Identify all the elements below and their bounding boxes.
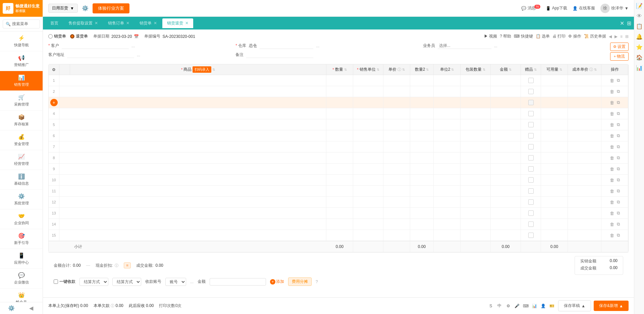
sidebar-item-basic[interactable]: ℹ️ 基础信息 xyxy=(0,170,43,190)
copy-btn[interactable]: ⧉ xyxy=(616,199,621,205)
td-gift-2[interactable] xyxy=(521,86,541,97)
copy-btn[interactable]: ⧉ xyxy=(616,154,621,161)
copy-btn[interactable]: ⧉ xyxy=(616,232,621,239)
radio-return[interactable]: 退货单 xyxy=(70,34,88,39)
sidebar-item-system[interactable]: ⚙️ 系统管理 xyxy=(0,190,43,209)
gift-cb[interactable] xyxy=(528,177,534,183)
tool-icon-3[interactable]: ⚙ xyxy=(504,302,512,310)
address-dots[interactable]: ... xyxy=(137,53,140,57)
settings-btn[interactable]: ⚙ 设置 xyxy=(610,43,629,51)
user-avatar[interactable]: 徐 徐泽华 ▼ xyxy=(600,4,629,13)
td-unit2-2[interactable] xyxy=(434,86,461,97)
ops-btn[interactable]: ⚙ 操作 xyxy=(568,34,581,39)
sidebar-item-business[interactable]: 📈 经营管理 xyxy=(0,150,43,170)
copy-row-2[interactable]: ⧉ xyxy=(616,88,621,95)
cost-info-icon[interactable]: ⓘ xyxy=(589,67,593,72)
tool-icon-6[interactable]: 📊 xyxy=(531,302,538,310)
calendar-icon[interactable]: 📅 xyxy=(134,34,139,39)
unit-sort-icon[interactable]: ⇅ xyxy=(377,68,379,71)
copy-row-add[interactable]: ⧉ xyxy=(616,99,621,106)
copy-row-1[interactable]: ⧉ xyxy=(616,77,621,84)
td-avail-add[interactable] xyxy=(541,97,568,108)
qty-sort-icon[interactable]: ⇅ xyxy=(344,68,347,71)
amount-sort-icon[interactable]: ⇅ xyxy=(509,68,512,71)
video-btn[interactable]: ▶ 视频 xyxy=(484,34,497,39)
rp-icon-5[interactable]: ⭐ xyxy=(636,44,643,50)
td-qty-2[interactable] xyxy=(326,86,353,97)
tool-icon-1[interactable]: S xyxy=(487,302,494,310)
tab-price-setting[interactable]: 售价提取设置 ✕ xyxy=(64,18,103,28)
del-btn[interactable]: 🗑 xyxy=(609,188,615,194)
view-list-icon[interactable]: ≡ xyxy=(620,34,623,39)
sidebar-item-marketing[interactable]: 📢 营销推广 xyxy=(0,51,43,71)
td-qty2-1[interactable] xyxy=(410,75,434,86)
td-unit2-add[interactable] xyxy=(434,97,461,108)
amount-input[interactable] xyxy=(210,278,266,286)
td-unit2-1[interactable] xyxy=(434,75,461,86)
tab-close-order[interactable]: ✕ xyxy=(126,21,129,25)
del-btn[interactable]: 🗑 xyxy=(609,210,615,216)
gift-checkbox-add[interactable] xyxy=(528,100,534,105)
scan-btn[interactable]: 扫码录入 xyxy=(193,66,211,73)
save-new-button[interactable]: 保存&新增 ▲ xyxy=(594,301,629,311)
tab-close-sale[interactable]: ✕ xyxy=(154,21,157,25)
experience-btn[interactable]: 体验行业方案 xyxy=(93,3,129,13)
td-product-1[interactable] xyxy=(59,75,326,86)
gift-cb[interactable] xyxy=(528,199,534,205)
staff-dots[interactable]: ... xyxy=(494,44,497,48)
td-price-1[interactable] xyxy=(383,75,410,86)
copy-btn[interactable]: ⧉ xyxy=(616,177,621,183)
tab-sale[interactable]: 销货单 ✕ xyxy=(135,18,162,28)
product-sort-icon[interactable]: ⇅ xyxy=(212,68,215,71)
td-amount-add[interactable] xyxy=(491,97,521,108)
logistics-btn[interactable]: + 物流 xyxy=(610,52,629,61)
sidebar-search-area[interactable]: 🔍 搜索菜单 xyxy=(0,17,43,32)
settle-method-select[interactable]: 结算方式 xyxy=(79,278,108,286)
td-price-add[interactable] xyxy=(383,97,410,108)
pkg-sort-icon[interactable]: ⇅ xyxy=(483,68,485,71)
gift-cb[interactable] xyxy=(528,188,534,194)
tab-sale-order[interactable]: 销售订单 ✕ xyxy=(103,18,134,28)
rp-icon-4[interactable]: 🔔 xyxy=(636,34,643,40)
td-unit-2[interactable] xyxy=(353,86,383,97)
history-btn[interactable]: 📜 历史单据 xyxy=(584,34,606,39)
gift-cb[interactable] xyxy=(528,222,534,227)
price-sort-icon[interactable]: ⇅ xyxy=(402,68,405,71)
delete-row-2[interactable]: 🗑 xyxy=(609,88,615,95)
expand-tab-btn[interactable]: ⊞ xyxy=(627,20,631,26)
gift-sort-icon[interactable]: ⇅ xyxy=(534,68,537,71)
copy-btn[interactable]: ⧉ xyxy=(616,143,621,150)
staff-input[interactable] xyxy=(438,43,491,49)
qty2-sort-icon[interactable]: ⇅ xyxy=(426,68,429,71)
product-input-add[interactable] xyxy=(61,100,325,105)
tab-close-price[interactable]: ✕ xyxy=(95,21,98,25)
td-qty2-add[interactable] xyxy=(410,97,434,108)
td-amount-2[interactable] xyxy=(491,86,521,97)
product-input-1[interactable] xyxy=(61,78,325,83)
td-avail-1[interactable] xyxy=(541,75,568,86)
copy-btn[interactable]: ⧉ xyxy=(616,188,621,194)
help-btn[interactable]: ? 帮助 xyxy=(500,34,511,39)
del-btn[interactable]: 🗑 xyxy=(609,111,615,117)
copy-btn[interactable]: ⧉ xyxy=(616,221,621,228)
td-price-2[interactable] xyxy=(383,86,410,97)
address-input[interactable] xyxy=(67,52,134,58)
gift-checkbox-1[interactable] xyxy=(528,78,534,83)
td-qty-add[interactable] xyxy=(326,97,353,108)
sidebar-settings-btn[interactable]: ⚙️ xyxy=(3,305,20,311)
td-qty-1[interactable] xyxy=(326,75,353,86)
sidebar-item-purchase[interactable]: 🛒 采购管理 xyxy=(0,91,43,111)
radio-sale[interactable]: 销货单 xyxy=(48,34,66,39)
sidebar-item-apps[interactable]: 📱 应用中心 xyxy=(0,249,43,269)
sidebar-item-inventory[interactable]: 📦 库存核算 xyxy=(0,111,43,130)
sidebar-item-wechat[interactable]: 💬 企业微信 xyxy=(0,269,43,289)
rp-icon-1[interactable]: 📝 xyxy=(636,3,643,9)
copy-btn[interactable]: ⧉ xyxy=(616,121,621,128)
save-draft-button[interactable]: 保存草稿 ▲ xyxy=(558,300,591,311)
daily-select[interactable]: 日用百货 ▼ xyxy=(48,4,78,13)
print-btn[interactable]: 🖨 打印 xyxy=(552,34,566,39)
sidebar-item-guide[interactable]: 🎯 新手引导 xyxy=(0,229,43,249)
sidebar-collapse-btn[interactable]: ◀ xyxy=(23,305,40,311)
equals-btn[interactable]: = xyxy=(124,262,131,268)
message-btn[interactable]: 💬 消息 70 xyxy=(521,5,540,11)
